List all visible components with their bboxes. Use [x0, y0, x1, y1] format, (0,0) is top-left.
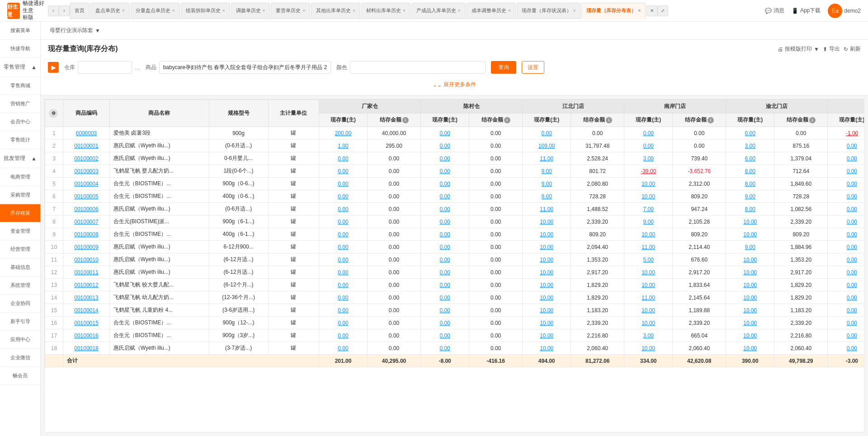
tab-nav-expand[interactable]: ⤢ — [657, 5, 668, 16]
row-total-qty: 0.00 — [828, 152, 864, 165]
sidebar-item-ecommerce[interactable]: 电商管理 — [0, 168, 40, 186]
tab-nav-close-all[interactable]: ✕ — [646, 5, 657, 16]
tab-close[interactable]: × — [573, 8, 576, 13]
export-btn[interactable]: ⬆ 导出 — [823, 45, 840, 53]
tab-close[interactable]: × — [302, 8, 305, 13]
tab-close[interactable]: × — [638, 8, 641, 13]
row-na-amt: 2,917.20 — [673, 266, 726, 279]
sidebar-item-search[interactable]: 搜索英单 — [0, 22, 40, 40]
tab-chengpinru[interactable]: 产成品入库单历史× — [411, 3, 466, 19]
row-total-qty: 0.00 — [828, 253, 864, 266]
sec-nav-store[interactable]: 母婴行业演示陈套 ▼ — [48, 22, 102, 40]
sidebar-item-basic-info[interactable]: 基础信息 — [0, 258, 40, 277]
row-index: 18 — [45, 342, 63, 355]
sidebar-item-newbie[interactable]: 新手引导 — [0, 313, 40, 331]
sidebar-item-retail-mgmt[interactable]: 零售管理 ▲ — [0, 58, 40, 77]
print-btn[interactable]: 🖨 按模版打印 ▼ — [778, 45, 819, 53]
sidebar-item-wholesale[interactable]: 批发管理 ▲ — [0, 149, 40, 168]
col-jb-amt: 结存金额i — [571, 113, 624, 127]
info-icon[interactable]: i — [504, 117, 510, 123]
info-icon[interactable]: i — [708, 117, 714, 123]
info-icon[interactable]: i — [402, 117, 409, 123]
app-download-btn[interactable]: 📱 App下载 — [792, 7, 821, 14]
user-avatar[interactable]: Ea demo2 — [828, 4, 861, 18]
tab-close[interactable]: × — [508, 8, 511, 13]
row-code: 00100003 — [63, 165, 110, 178]
tab-prev-btn[interactable]: ‹ — [48, 5, 59, 16]
sidebar-item-inventory[interactable]: 库存核算 — [0, 204, 40, 222]
row-cf-qty: 1.00 — [319, 140, 368, 152]
info-icon[interactable]: i — [606, 117, 612, 123]
row-na-amt: 2,339.20 — [673, 317, 726, 329]
filter-toggle-btn[interactable]: ▶ — [48, 62, 59, 73]
sidebar-item-purchase[interactable]: 采购管理 — [0, 186, 40, 204]
tab-cailiaochu[interactable]: 材料出库单历史× — [361, 3, 410, 19]
sidebar-item-member[interactable]: 会员中心 — [0, 113, 40, 131]
tab-fenpandian[interactable]: 分量盘点单历史× — [131, 3, 180, 19]
tab-yaohuo[interactable]: 要货单历史× — [271, 3, 310, 19]
row-yb-amt: 712.64 — [774, 165, 828, 178]
topbar-actions: 💬 消息 📱 App下载 Ea demo2 — [765, 4, 861, 18]
row-code: 00100011 — [63, 266, 110, 279]
tab-home[interactable]: 首页 — [70, 3, 90, 19]
sidebar-item-enterprise[interactable]: 企业协同 — [0, 295, 40, 313]
row-cc-qty: 0.00 — [421, 140, 469, 152]
goods-input[interactable] — [159, 61, 331, 74]
sidebar-item-wechat[interactable]: 企业微信 — [0, 349, 40, 367]
tab-pandian[interactable]: 盘点单历史× — [90, 3, 130, 19]
tab-close[interactable]: × — [263, 8, 265, 13]
tab-kucunzt[interactable]: 现存量（库存状况表）× — [517, 3, 581, 19]
row-spec: 400g（6-1...) — [209, 228, 268, 241]
row-na-amt: 1,189.88 — [673, 304, 726, 317]
sidebar-item-changhui[interactable]: 畅会员 — [0, 367, 40, 385]
table-row: 11 00100010 惠氏启赋（Wyeth illu...) (6-12月适.… — [45, 253, 865, 266]
row-jb-qty: 10.00 — [523, 291, 571, 304]
tab-diaobao[interactable]: 调拨单历史× — [231, 3, 270, 19]
tab-close[interactable]: × — [172, 8, 175, 13]
info-icon[interactable]: i — [809, 117, 816, 123]
row-cc-amt: 0.00 — [469, 291, 522, 304]
tab-close[interactable]: × — [353, 8, 355, 13]
row-jb-amt: 1,488.52 — [571, 203, 624, 216]
col-total-qty: 现存量(主) — [828, 113, 864, 127]
row-index: 1 — [45, 127, 63, 140]
main-content: 母婴行业演示陈套 ▼ 现存量查询(库存分布) 🖨 按模版打印 ▼ ⬆ 导出 — [41, 22, 868, 436]
tab-next-btn[interactable]: › — [59, 5, 70, 16]
row-na-amt: 2,105.28 — [673, 216, 726, 228]
tab-close[interactable]: × — [458, 8, 461, 13]
row-cf-amt: 40,000.00 — [367, 127, 420, 140]
sidebar-item-retail-stats[interactable]: 零售统计 — [0, 131, 40, 149]
row-jb-qty: 10.00 — [523, 241, 571, 253]
query-btn[interactable]: 查询 — [491, 61, 516, 74]
row-na-qty: 7.00 — [624, 203, 673, 216]
row-na-qty: 5.00 — [624, 253, 673, 266]
warehouse-input[interactable] — [78, 61, 132, 74]
row-cc-qty: 0.00 — [421, 291, 469, 304]
gear-icon[interactable]: ⚙ — [49, 109, 58, 118]
row-yb-qty: 10.00 — [726, 216, 774, 228]
sidebar-item-apps[interactable]: 应用中心 — [0, 331, 40, 349]
sidebar-item-operation[interactable]: 经营管理 — [0, 240, 40, 258]
tab-close[interactable]: × — [403, 8, 406, 13]
row-unit: 罐 — [268, 140, 319, 152]
tab-zuzhezuixie[interactable]: 组装拆卸单历史× — [181, 3, 230, 19]
color-input[interactable] — [350, 61, 486, 74]
settings-btn[interactable]: 设置 — [522, 61, 544, 74]
tab-kucunfb[interactable]: 现存量（库存分布表）× — [581, 3, 646, 19]
expand-conditions-btn[interactable]: ⌄⌄ 展开更多条件 — [433, 81, 476, 89]
data-table-container[interactable]: ⚙ 商品编码 商品名称 规格型号 主计量单位 厂家仓 陈村仓 江北门店 南岸门店… — [44, 99, 864, 432]
row-yb-amt: 0.00 — [774, 127, 828, 140]
col-cc-amt: 结存金额i — [469, 113, 522, 127]
sidebar-item-finance[interactable]: 资金管理 — [0, 222, 40, 240]
sidebar-item-retail-store[interactable]: 零售商城 — [0, 77, 40, 95]
sidebar-item-system[interactable]: 系统管理 — [0, 277, 40, 295]
sidebar-item-quicknav[interactable]: 快捷导航 — [0, 40, 40, 58]
tab-chenben[interactable]: 成本调整单历史× — [467, 3, 516, 19]
refresh-btn[interactable]: ↻ 刷新 — [844, 45, 861, 53]
row-jb-qty: 9.00 — [523, 190, 571, 203]
message-btn[interactable]: 💬 消息 — [765, 7, 784, 14]
tab-qitachu[interactable]: 其他出库单历史× — [311, 3, 360, 19]
sidebar-item-marketing[interactable]: 营销推广 — [0, 95, 40, 113]
tab-close[interactable]: × — [222, 8, 225, 13]
tab-close[interactable]: × — [122, 8, 125, 13]
